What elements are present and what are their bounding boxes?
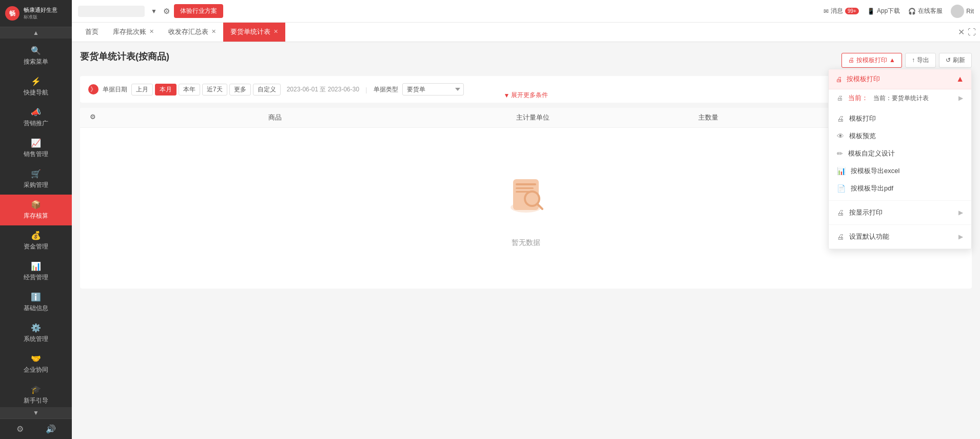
search-icon: 🔍 [31,46,41,55]
printer-icon: 🖨 [848,56,854,64]
dropdown-item-set-default[interactable]: 🖨 设置默认功能 ▶ [829,228,971,245]
sidebar-scroll-up[interactable]: ▲ [0,27,72,39]
dropdown-current-row[interactable]: 🖨 当前： 当前：要货单统计表 ▶ [829,89,971,107]
sidebar-item-search[interactable]: 🔍 搜索菜单 [0,41,72,71]
dropdown-item-export-pdf[interactable]: 📄 按模板导出pdf [829,180,971,197]
template-print-icon: 🖨 [837,114,844,123]
marketing-icon: 📣 [31,107,41,117]
tab-bar-right: ✕ ⛶ [958,23,976,42]
sidebar-item-label: 新手引导 [24,396,48,405]
tab-label: 收发存汇总表 [168,27,208,36]
topbar-dropdown-icon[interactable]: ▼ [149,6,159,17]
message-btn[interactable]: ✉ 消息 99+ [824,7,859,15]
sidebar-item-label: 系统管理 [24,335,48,343]
sidebar-nav: 🔍 搜索菜单 ⚡ 快捷导航 📣 营销推广 📈 销售管理 🛒 采购管理 📦 库存核… [0,39,72,407]
online-service-btn[interactable]: 🎧 在线客服 [908,7,943,15]
type-select[interactable]: 要货单 [402,83,464,96]
help-bottom-icon[interactable]: 🔊 [46,424,56,434]
current-icon: 🖨 [837,94,843,102]
app-name: 畅康通好生意 [24,6,57,14]
guide-icon: 🎓 [31,385,41,394]
sidebar-item-purchase[interactable]: 🛒 采购管理 [0,164,72,195]
purchase-icon: 🛒 [31,169,41,179]
print-dropdown-menu: 🖨 按模板打印 ▲ 🖨 当前： 当前：要货单统计表 ▶ 🖨 模板打印 👁 [828,69,972,250]
sidebar-item-sales[interactable]: 📈 销售管理 [0,133,72,164]
dropdown-item-template-preview[interactable]: 👁 模板预览 [829,127,971,145]
dropdown-current-arrow: ▶ [958,94,963,102]
template-custom-icon: ✏ [837,149,843,158]
expand-conditions-button[interactable]: ▼ 展开更多条件 [504,91,548,100]
date-btn-this-year[interactable]: 本年 [179,84,200,96]
date-buttons: 上月 本月 本年 近7天 更多 自定义 [131,84,281,96]
export-pdf-icon: 📄 [837,184,846,193]
sidebar-scroll-down[interactable]: ▼ [0,407,72,418]
export-button[interactable]: ↑ 导出 [905,53,936,68]
message-badge: 99+ [845,8,859,14]
date-btn-custom[interactable]: 自定义 [253,84,281,96]
tab-close-icon[interactable]: ✕ [273,28,278,35]
date-label: 单据日期 [103,85,127,94]
dropdown-item-export-excel[interactable]: 📊 按模板导出excel [829,162,971,180]
filter-expand-button[interactable]: 》 [88,84,99,94]
sidebar-item-system[interactable]: ⚙️ 系统管理 [0,318,72,349]
user-area[interactable]: Rit [951,5,974,18]
close-tab-icon[interactable]: ✕ [958,27,965,37]
col-quantity: 主数量 [620,108,796,127]
date-btn-last-month[interactable]: 上月 [131,84,153,96]
sidebar-item-operations[interactable]: 📊 经营管理 [0,256,72,287]
template-preview-icon: 👁 [837,132,844,140]
lightning-icon: ⚡ [31,77,41,86]
info-icon: ℹ️ [31,292,41,302]
tab-label: 库存批次账 [113,27,146,36]
sidebar-item-basic-info[interactable]: ℹ️ 基础信息 [0,287,72,318]
template-preview-label: 模板预览 [849,131,963,141]
sidebar-item-guide[interactable]: 🎓 新手引导 [0,379,72,407]
date-btn-this-month[interactable]: 本月 [155,84,177,96]
app-download-icon: 📱 [867,8,875,15]
tab-close-icon[interactable]: ✕ [211,28,216,35]
page-title: 要货单统计表(按商品) [80,50,169,63]
settings-bottom-icon[interactable]: ⚙ [16,424,24,434]
topbar-gear-icon[interactable]: ⚙ [163,7,170,16]
sidebar-item-label: 资金管理 [24,242,48,251]
page-content: 要货单统计表(按商品) 🖨 按模板打印 ▲ ↑ 导出 ↺ 刷新 [72,42,980,439]
date-btn-7days[interactable]: 近7天 [202,84,227,96]
empty-text: 暂无数据 [512,238,540,247]
set-default-arrow: ▶ [958,233,963,240]
refresh-button[interactable]: ↺ 刷新 [939,53,972,68]
export-pdf-label: 按模板导出pdf [851,184,963,193]
sidebar-item-label: 搜索菜单 [24,58,48,66]
sidebar-item-quick-nav[interactable]: ⚡ 快捷导航 [0,71,72,102]
tab-close-icon[interactable]: ✕ [149,28,154,35]
search-input[interactable] [78,6,145,17]
tab-inventory-batch[interactable]: 库存批次账 ✕ [106,23,161,42]
dropdown-item-template-print[interactable]: 🖨 模板打印 [829,110,971,127]
print-template-button[interactable]: 🖨 按模板打印 ▲ [841,53,902,68]
col-settings[interactable]: ⚙ [80,108,106,127]
dropdown-item-display-print[interactable]: 🖨 按显示打印 ▶ [829,204,971,221]
sidebar-item-label: 库存核算 [24,212,48,220]
app-download-label: App下载 [877,7,900,15]
system-icon: ⚙️ [31,323,41,333]
type-label: 单据类型 [374,85,398,94]
svg-rect-3 [516,187,534,189]
sidebar-item-enterprise[interactable]: 🤝 企业协同 [0,349,72,379]
dropdown-item-template-custom[interactable]: ✏ 模板自定义设计 [829,145,971,162]
sidebar-item-finance[interactable]: 💰 资金管理 [0,225,72,256]
export-excel-icon: 📊 [837,167,846,175]
maximize-icon[interactable]: ⛶ [968,28,976,37]
promo-button[interactable]: 体验行业方案 [174,4,223,18]
date-btn-more[interactable]: 更多 [229,84,251,96]
sidebar: 畅 畅康通好生意 标准版 ▲ 🔍 搜索菜单 ⚡ 快捷导航 📣 营销推广 📈 销售… [0,0,72,439]
dropdown-header-left: 🖨 按模板打印 [836,74,880,84]
avatar [951,5,964,18]
dropdown-header: 🖨 按模板打印 ▲ [829,69,971,89]
app-download-btn[interactable]: 📱 App下载 [867,7,900,15]
sidebar-item-inventory[interactable]: 📦 库存核算 [0,195,72,225]
sidebar-item-marketing[interactable]: 📣 营销推广 [0,102,72,133]
dropdown-close-button[interactable]: ▲ [956,74,964,84]
tab-order-stats[interactable]: 要货单统计表 ✕ [223,23,285,42]
display-print-arrow: ▶ [958,209,963,216]
tab-home[interactable]: 首页 [78,23,106,42]
tab-receivable-summary[interactable]: 收发存汇总表 ✕ [161,23,223,42]
